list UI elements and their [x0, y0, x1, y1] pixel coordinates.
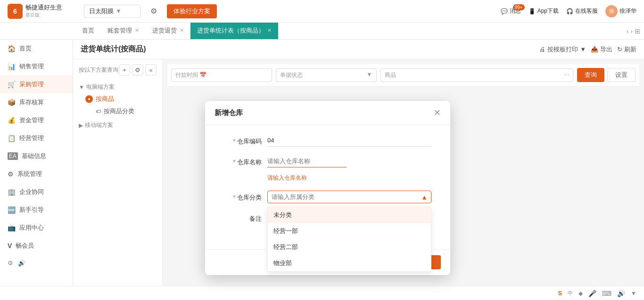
sidebar-item-guide[interactable]: 🆕 新手引导 — [0, 201, 73, 219]
name-required: * — [233, 158, 235, 166]
category-dropdown: 未分类 经营一部 经营二部 物业部 — [267, 207, 431, 272]
modal-title: 新增仓库 — [215, 108, 243, 117]
sidebar-item-operations[interactable]: 📋 经营管理 — [0, 129, 73, 147]
logo-icon: 6 — [8, 4, 23, 19]
modal-body: * 仓库编码 * 仓库名称 — [205, 125, 450, 249]
sidebar-item-inventory[interactable]: 📦 库存核算 — [0, 93, 73, 111]
sidebar-guide-label: 新手引导 — [19, 206, 44, 214]
sidebar-item-finance[interactable]: 💰 资金管理 — [0, 111, 73, 129]
product-category-icon: 🏷 — [96, 108, 101, 114]
date-range-picker[interactable]: 付款时间 📅 — [171, 68, 272, 82]
mic-icon[interactable]: 🎤 — [588, 290, 596, 297]
name-error-row: 请输入仓库名称 — [224, 174, 307, 182]
name-error-msg: 请输入仓库名称 — [267, 175, 307, 181]
print-arrow-icon: ▼ — [580, 46, 586, 53]
dropdown-item-property[interactable]: 物业部 — [268, 255, 431, 271]
lang-label: 中 — [568, 290, 573, 297]
company-selector[interactable]: 日太阳膜 ▼ — [84, 5, 140, 18]
top-header: 6 畅捷通好生意 搭豆版 日太阳膜 ▼ ⚙ 体验行业方案 💬 消息 99+ 📱 … — [0, 0, 644, 23]
export-icon: 📤 — [591, 46, 598, 53]
tab-purchase-stats[interactable]: 进货单统计表（按商品） ✕ — [190, 23, 278, 39]
trial-button[interactable]: 体验行业方案 — [167, 4, 217, 18]
mobile-plan-label: 移动端方案 — [85, 121, 113, 129]
collapse-filter-button[interactable]: « — [145, 64, 157, 75]
goods-label: 商品 — [385, 71, 396, 79]
sidebar-item-enterprise[interactable]: 🏢 企业协同 — [0, 183, 73, 201]
filter-tree: ▼ 电脑端方案 ● 按商品 🏷 按商品分类 — [73, 79, 162, 133]
by-product-item[interactable]: ● 按商品 — [85, 93, 157, 105]
code-input[interactable] — [267, 134, 431, 147]
tab-left-arrow-icon[interactable]: ‹ — [627, 27, 629, 35]
refresh-label: 刷新 — [624, 45, 636, 54]
sidebar-item-system[interactable]: ⚙ 系统管理 — [0, 165, 73, 183]
sidebar-item-apps[interactable]: 📺 应用中心 — [0, 219, 73, 237]
sidebar-finance-label: 资金管理 — [19, 116, 44, 125]
close-purchase-return-icon[interactable]: ✕ — [180, 27, 184, 33]
pc-plan-section: ▼ 电脑端方案 — [79, 81, 157, 93]
sidebar-item-basic[interactable]: EA 基础信息 — [0, 147, 73, 165]
online-service-action[interactable]: 🎧 在线客服 — [566, 7, 598, 15]
app-download-label: App下载 — [537, 7, 559, 15]
dropdown-item-dept1[interactable]: 经营一部 — [268, 223, 431, 239]
tab-menu-icon[interactable]: ⊞ — [635, 27, 640, 35]
modal-close-button[interactable]: ✕ — [434, 108, 441, 118]
sidebar-item-home[interactable]: 🏠 首页 — [0, 40, 73, 58]
settings-button[interactable]: 设置 — [607, 68, 636, 82]
close-purchase-stats-icon[interactable]: ✕ — [267, 27, 272, 33]
tab-right-arrow-icon[interactable]: › — [630, 27, 633, 35]
dropdown-item-dept2[interactable]: 经营二部 — [268, 239, 431, 255]
tab-home[interactable]: 首页 — [75, 23, 101, 39]
app-download-action[interactable]: 📱 App下载 — [528, 7, 559, 15]
message-icon: 💬 — [501, 8, 508, 15]
page-actions: 🖨 按模板打印 ▼ 📤 导出 ↻ 刷新 — [539, 45, 636, 54]
export-action[interactable]: 📤 导出 — [591, 45, 612, 54]
tab-purchase-return-label: 进货退货 — [152, 26, 177, 35]
tab-purchase-return[interactable]: 进货退货 ✕ — [146, 23, 190, 39]
query-button[interactable]: 查询 — [577, 68, 604, 82]
print-label: 按模板打印 — [547, 45, 578, 54]
category-input[interactable] — [267, 191, 431, 203]
status-selector[interactable]: 单据状态 ▼ — [276, 68, 377, 82]
dropdown-item-uncategorized[interactable]: 未分类 — [268, 207, 431, 223]
sidebar-inventory-label: 库存核算 — [19, 98, 44, 107]
mobile-plan-arrow-icon: ▶ — [79, 122, 83, 129]
sidebar-item-vip[interactable]: V 畅会员 — [0, 237, 73, 255]
pc-plan-label: 电脑端方案 — [86, 83, 115, 91]
sidebar-item-sales[interactable]: 📊 销售管理 — [0, 58, 73, 75]
calendar-icon: 📅 — [199, 72, 206, 78]
category-label-text: 仓库分类 — [237, 194, 262, 201]
system-icon: ⚙ — [8, 170, 14, 178]
logo-area: 6 畅捷通好生意 搭豆版 — [8, 4, 78, 19]
dropdown-arrow-icon[interactable]: ▼ — [631, 290, 636, 297]
sidebar-item-purchase[interactable]: 🛒 采购管理 — [0, 75, 73, 93]
by-product-category-item[interactable]: 🏷 按商品分类 — [85, 105, 157, 117]
diamond-icon: ◆ — [578, 290, 583, 297]
add-filter-button[interactable]: + — [119, 64, 130, 75]
tab-home-label: 首页 — [82, 26, 94, 35]
sidebar-settings-icon[interactable]: ⚙ — [8, 259, 13, 267]
sidebar-expand-icon[interactable]: 🔊 — [18, 259, 25, 267]
main-layout: 🏠 首页 📊 销售管理 🛒 采购管理 📦 库存核算 💰 资金管理 📋 经营管理 … — [0, 40, 644, 300]
purchase-icon: 🛒 — [8, 81, 16, 88]
remark-label: 备注 — [224, 212, 262, 223]
speaker-icon[interactable]: 🔊 — [617, 290, 625, 297]
close-accounts-icon[interactable]: ✕ — [135, 27, 139, 33]
headset-icon: 🎧 — [566, 8, 573, 15]
basic-icon: EA — [8, 152, 18, 160]
message-action[interactable]: 💬 消息 99+ — [501, 7, 521, 15]
gear-button[interactable]: ⚙ — [146, 4, 161, 19]
table-toolbar: 付款时间 📅 单据状态 ▼ 商品 ··· 查询 设置 — [167, 64, 639, 86]
name-input[interactable] — [267, 155, 347, 167]
keyboard-icon[interactable]: ⌨ — [602, 290, 611, 297]
sales-icon: 📊 — [8, 63, 16, 70]
tab-accounts[interactable]: 账套管理 ✕ — [101, 23, 146, 39]
filter-settings-button[interactable]: ⚙ — [132, 64, 143, 75]
print-action[interactable]: 🖨 按模板打印 ▼ — [539, 45, 586, 54]
refresh-action[interactable]: ↻ 刷新 — [617, 45, 636, 54]
user-action[interactable]: 徐 徐泽华 — [605, 5, 636, 17]
code-label: * 仓库编码 — [224, 134, 262, 146]
select-arrow-up-icon[interactable]: ▲ — [421, 193, 428, 201]
mobile-plan-section: ▶ 移动端方案 — [79, 119, 157, 131]
selector-arrow-icon: ▼ — [116, 8, 122, 15]
goods-selector[interactable]: 商品 ··· — [380, 68, 574, 82]
